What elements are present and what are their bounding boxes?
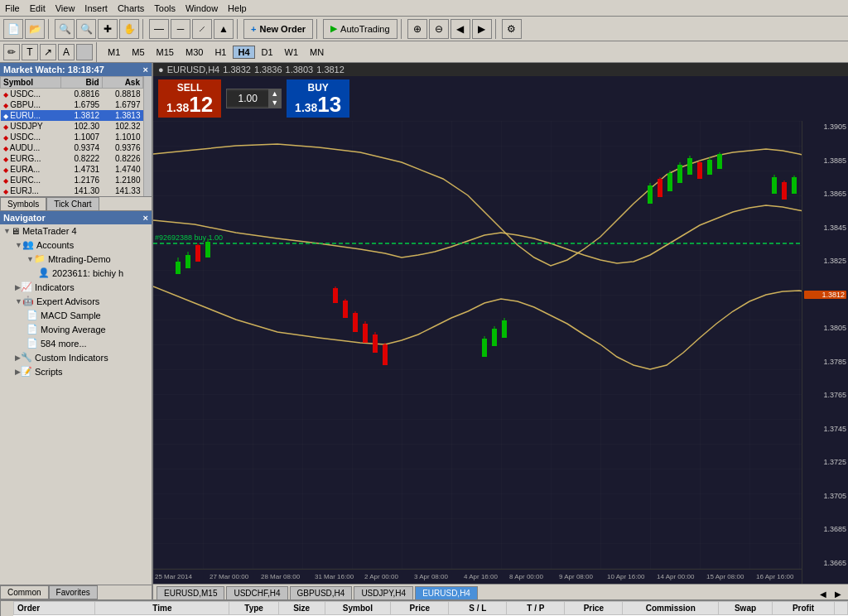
market-table-row[interactable]: ◆ EURJ... 141.30 141.33: [1, 185, 143, 196]
nav-tab-favorites[interactable]: Favorites: [49, 585, 98, 599]
chart-tab-1[interactable]: USDCHF,H4: [226, 586, 287, 599]
th-time[interactable]: Time: [95, 602, 229, 615]
tree-item[interactable]: ▼ 📁Mtrading-Demo: [0, 252, 152, 266]
color-btn[interactable]: [76, 44, 93, 60]
chart-scroll-left[interactable]: ◀: [817, 589, 830, 599]
tree-item[interactable]: ▼ 🤖Expert Advisors: [0, 294, 152, 308]
chart-scroll-right[interactable]: ▶: [831, 589, 845, 599]
hline-btn[interactable]: ─: [171, 19, 190, 39]
autotrading-button[interactable]: ▶ AutoTrading: [323, 19, 398, 39]
tf-mn[interactable]: MN: [305, 46, 329, 59]
lot-input[interactable]: 1.00: [227, 91, 268, 106]
th-symbol[interactable]: Symbol: [325, 602, 391, 615]
tree-item[interactable]: 📄584 more...: [0, 336, 152, 350]
market-table-row[interactable]: ◆ EURU... 1.3812 1.3813: [1, 110, 143, 121]
th-swap[interactable]: Swap: [719, 602, 773, 615]
svg-rect-43: [707, 160, 712, 175]
market-scrollbar[interactable]: [143, 76, 152, 196]
nav-tab-common[interactable]: Common: [0, 585, 49, 599]
chart-zoom-in[interactable]: ⊕: [407, 19, 427, 39]
tf-m5[interactable]: M5: [127, 46, 149, 59]
tree-item[interactable]: ▼ 👥Accounts: [0, 238, 152, 252]
tree-item[interactable]: 📄Moving Average: [0, 322, 152, 336]
menu-file[interactable]: File: [0, 2, 25, 15]
navigator-close[interactable]: ×: [143, 213, 148, 223]
chart-tab-3[interactable]: USDJPY,H4: [354, 586, 413, 599]
tree-item[interactable]: ▼ 🖥MetaTrader 4: [0, 224, 152, 238]
lot-down[interactable]: ▼: [268, 99, 281, 108]
th-type[interactable]: Type: [229, 602, 279, 615]
zoom-out-btn[interactable]: 🔍: [76, 19, 96, 39]
open-btn[interactable]: 📂: [25, 19, 45, 39]
tree-item[interactable]: ▶ 📝Scripts: [0, 364, 152, 378]
menu-insert[interactable]: Insert: [80, 2, 113, 15]
crosshair-btn[interactable]: ✚: [98, 19, 118, 39]
menu-charts[interactable]: Charts: [113, 2, 149, 15]
th-sl[interactable]: S / L: [449, 602, 507, 615]
lot-up[interactable]: ▲: [268, 89, 281, 99]
arrow-btn[interactable]: ↗: [40, 44, 56, 60]
market-table-row[interactable]: ◆ USDC... 0.8816 0.8818: [1, 89, 143, 100]
tf-w1[interactable]: W1: [280, 46, 304, 59]
th-profit[interactable]: Profit: [772, 602, 834, 615]
channel-btn[interactable]: ⟋: [192, 19, 212, 39]
tree-item[interactable]: ▶ 🔧Custom Indicators: [0, 350, 152, 364]
tab-tick-chart[interactable]: Tick Chart: [46, 197, 99, 210]
menu-edit[interactable]: Edit: [25, 2, 51, 15]
chart-tab-0[interactable]: EURUSD,M15: [157, 586, 224, 599]
tree-item[interactable]: 📄MACD Sample: [0, 308, 152, 322]
chart-header: ● EURUSD,H4 1.3832 1.3836 1.3803 1.3812: [153, 63, 848, 76]
new-order-button[interactable]: + New Order: [243, 19, 313, 39]
market-table-row[interactable]: ◆ GBPU... 1.6795 1.6797: [1, 99, 143, 110]
scroll-btn[interactable]: ◀: [450, 19, 470, 39]
market-table-row[interactable]: ◆ EURG... 0.8222 0.8226: [1, 153, 143, 164]
market-table-row[interactable]: ◆ AUDU... 0.9374 0.9376: [1, 142, 143, 153]
scroll-right-btn[interactable]: ▶: [472, 19, 492, 39]
market-table-row[interactable]: ◆ USDC... 1.1007 1.1010: [1, 132, 143, 142]
th-order[interactable]: Order: [14, 602, 95, 615]
tf-m30[interactable]: M30: [181, 46, 208, 59]
tf-d1[interactable]: D1: [257, 46, 278, 59]
tf-m15[interactable]: M15: [152, 46, 179, 59]
chart-svg: #92692388 buy 1.00: [153, 121, 802, 584]
tree-item[interactable]: 👤2023611: bichiy h: [0, 266, 152, 280]
market-table-row[interactable]: ◆ EURC... 1.2176 1.2180: [1, 175, 143, 185]
th-size[interactable]: Size: [278, 602, 325, 615]
chart-canvas[interactable]: #92692388 buy 1.00: [153, 121, 802, 584]
separator-5: [401, 19, 404, 39]
fib-btn[interactable]: ▲: [214, 19, 234, 39]
th-price2[interactable]: Price: [565, 602, 623, 615]
settings-btn[interactable]: ⚙: [502, 19, 522, 39]
menu-help[interactable]: Help: [223, 2, 252, 15]
chart-symbol: EURUSD,H4: [167, 65, 220, 75]
market-watch-close[interactable]: ×: [143, 65, 148, 75]
menu-window[interactable]: Window: [181, 2, 223, 15]
tab-symbols[interactable]: Symbols: [0, 197, 46, 210]
svg-rect-45: [717, 154, 722, 169]
hand-btn[interactable]: ✋: [119, 19, 139, 39]
pencil-btn[interactable]: ✏: [3, 44, 20, 60]
terminal-side-tab[interactable]: Terminal: [0, 601, 13, 616]
label-btn[interactable]: A: [58, 44, 75, 60]
buy-block[interactable]: BUY 1.3813: [287, 79, 349, 118]
th-commission[interactable]: Commission: [623, 602, 719, 615]
market-table-row[interactable]: ◆ EURA... 1.4731 1.4740: [1, 164, 143, 175]
tf-h1[interactable]: H1: [210, 46, 231, 59]
chart-tab-2[interactable]: GBPUSD,H4: [290, 586, 353, 599]
zoom-in-btn[interactable]: 🔍: [55, 19, 75, 39]
tree-item[interactable]: ▶ 📈Indicators: [0, 280, 152, 294]
market-table-row[interactable]: ◆ USDJPY 102.30 102.32: [1, 121, 143, 132]
menu-view[interactable]: View: [51, 2, 80, 15]
sell-block[interactable]: SELL 1.3812: [158, 79, 221, 118]
th-price[interactable]: Price: [391, 602, 449, 615]
tf-h4[interactable]: H4: [233, 46, 254, 59]
chart-zoom-out[interactable]: ⊖: [429, 19, 449, 39]
line-btn[interactable]: —: [149, 19, 169, 39]
tf-m1[interactable]: M1: [103, 46, 125, 59]
th-tp[interactable]: T / P: [507, 602, 565, 615]
chart-tab-4-active[interactable]: EURUSD,H4: [415, 586, 478, 599]
menu-tools[interactable]: Tools: [149, 2, 181, 15]
chart-main-area[interactable]: #92692388 buy 1.00: [153, 121, 848, 584]
text-btn[interactable]: T: [22, 44, 38, 60]
new-file-btn[interactable]: 📄: [3, 19, 23, 39]
